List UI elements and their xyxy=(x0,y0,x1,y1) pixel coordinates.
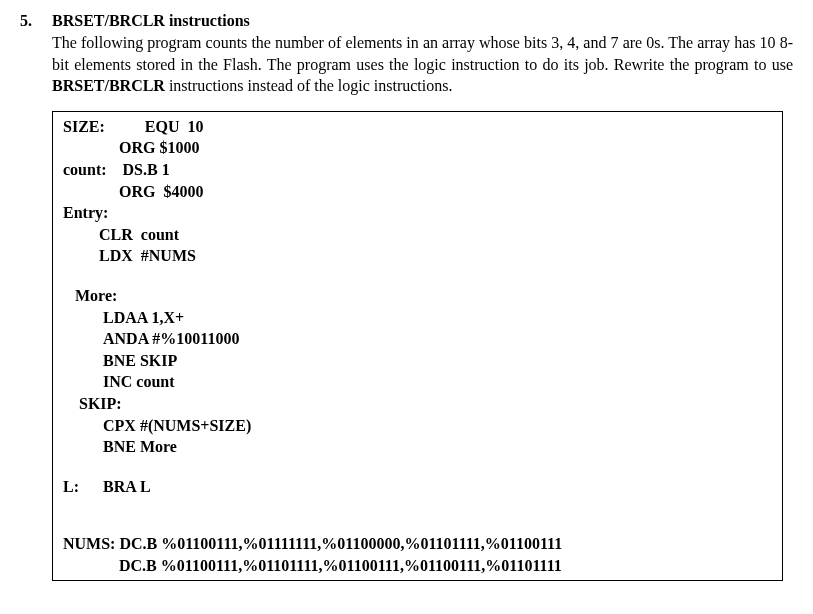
code-line-8: More: xyxy=(63,285,772,307)
instr-equ: EQU 10 xyxy=(145,118,204,135)
question-title: BRSET/BRCLR instructions xyxy=(52,12,250,30)
question-body-bold: BRSET/BRCLR xyxy=(52,77,165,94)
instr-ldaa: LDAA 1,X+ xyxy=(103,309,184,326)
code-line-7: LDX #NUMS xyxy=(63,245,772,267)
label-l: L: xyxy=(63,478,79,495)
code-line-5: Entry: xyxy=(63,202,772,224)
code-line-17: NUMS: DC.B %01100111,%01111111,%01100000… xyxy=(63,533,772,555)
question-header: 5. BRSET/BRCLR instructions xyxy=(20,12,793,30)
code-line-9: LDAA 1,X+ xyxy=(63,307,772,329)
label-size: SIZE: xyxy=(63,118,105,135)
instr-bne-skip: BNE SKIP xyxy=(103,352,177,369)
instr-bne-more: BNE More xyxy=(103,438,177,455)
code-line-12: INC count xyxy=(63,371,772,393)
code-line-14: CPX #(NUMS+SIZE) xyxy=(63,415,772,437)
label-skip: SKIP: xyxy=(79,395,122,412)
label-nums: NUMS: xyxy=(63,535,115,552)
question-body-text-1: The following program counts the number … xyxy=(52,34,793,73)
instr-ldx: LDX #NUMS xyxy=(99,247,196,264)
instr-org2: ORG $4000 xyxy=(119,183,203,200)
code-line-13: SKIP: xyxy=(63,393,772,415)
label-entry: Entry: xyxy=(63,204,108,221)
instr-dsb: DS.B 1 xyxy=(123,161,170,178)
instr-cpx: CPX #(NUMS+SIZE) xyxy=(103,417,251,434)
label-more: More: xyxy=(75,287,117,304)
blank-line-2 xyxy=(63,458,772,476)
code-line-11: BNE SKIP xyxy=(63,350,772,372)
code-line-2: ORG $1000 xyxy=(63,137,772,159)
question-number: 5. xyxy=(20,12,38,30)
blank-line-4 xyxy=(63,515,772,533)
question-body: The following program counts the number … xyxy=(52,32,793,97)
code-line-3: count: DS.B 1 xyxy=(63,159,772,181)
code-box: SIZE: EQU 10 ORG $1000 count: DS.B 1 ORG… xyxy=(52,111,783,582)
code-line-18: DC.B %01100111,%01101111,%01100111,%0110… xyxy=(63,555,772,577)
instr-bra: BRA L xyxy=(103,478,151,495)
instr-org1: ORG $1000 xyxy=(119,139,199,156)
instr-dcb1: DC.B %01100111,%01111111,%01100000,%0110… xyxy=(119,535,562,552)
question-body-text-2: instructions instead of the logic instru… xyxy=(165,77,453,94)
instr-inc: INC count xyxy=(103,373,175,390)
blank-line-1 xyxy=(63,267,772,285)
code-line-16: L: BRA L xyxy=(63,476,772,498)
code-line-6: CLR count xyxy=(63,224,772,246)
code-line-15: BNE More xyxy=(63,436,772,458)
instr-anda: ANDA #%10011000 xyxy=(103,330,239,347)
code-line-1: SIZE: EQU 10 xyxy=(63,116,772,138)
blank-line-3 xyxy=(63,497,772,515)
instr-dcb2: DC.B %01100111,%01101111,%01100111,%0110… xyxy=(119,557,562,574)
code-line-4: ORG $4000 xyxy=(63,181,772,203)
instr-clr: CLR count xyxy=(99,226,179,243)
label-count: count: xyxy=(63,161,107,178)
code-line-10: ANDA #%10011000 xyxy=(63,328,772,350)
